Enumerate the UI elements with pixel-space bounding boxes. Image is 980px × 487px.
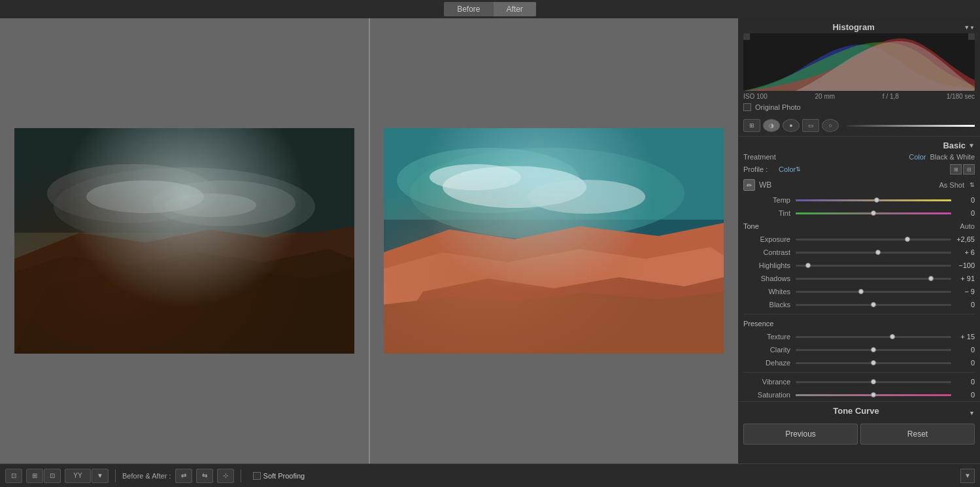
whites-slider[interactable] <box>796 291 951 293</box>
right-panel: Histogram ▼ IS <box>738 18 980 463</box>
svg-point-1 <box>54 167 315 246</box>
exposure-slider[interactable] <box>796 239 951 241</box>
saturation-slider[interactable] <box>796 394 951 396</box>
reset-button[interactable]: Reset <box>860 424 975 445</box>
bottom-dropdown-arrow[interactable]: ▼ <box>960 469 975 483</box>
copy-btn[interactable]: ⊹ <box>217 469 234 483</box>
shadows-slider[interactable] <box>796 278 951 280</box>
wb-value[interactable]: As Shot <box>939 181 964 189</box>
swap-btn-2[interactable]: ⇆ <box>196 469 213 483</box>
exposure-label: Exposure <box>743 235 796 243</box>
histogram-title: Histogram <box>832 22 874 32</box>
circle-outline-icon[interactable]: ○ <box>822 119 839 132</box>
soft-proofing-label: Soft Proofing <box>263 472 305 480</box>
yx-dropdown[interactable]: ▼ <box>92 469 109 483</box>
vibrance-thumb[interactable] <box>871 379 876 384</box>
rect-icon[interactable]: ▭ <box>802 119 819 132</box>
yx-group: YY ▼ <box>65 469 109 483</box>
clarity-thumb[interactable] <box>871 347 876 352</box>
contrast-label: Contrast <box>743 248 796 256</box>
profile-dropdown-arrow[interactable]: ⇅ <box>796 166 801 173</box>
view-mode-btn[interactable]: ⊡ <box>5 469 22 483</box>
highlights-row: Highlights −100 <box>738 259 980 272</box>
profile-icons: ⊞ ⊟ <box>950 164 975 175</box>
profile-value[interactable]: Color <box>779 165 796 173</box>
tone-label: Tone <box>743 222 759 230</box>
dehaze-slider[interactable] <box>796 362 951 364</box>
eyedropper-icon[interactable]: ✏ <box>743 179 755 191</box>
svg-rect-0 <box>14 128 354 233</box>
basic-collapse-arrow[interactable]: ▼ <box>968 142 975 149</box>
contrast-thumb[interactable] <box>875 250 881 255</box>
clarity-label: Clarity <box>743 346 796 354</box>
profile-icon-1[interactable]: ⊞ <box>950 164 962 175</box>
blacks-value: 0 <box>951 301 975 309</box>
shadows-row: Shadows + 91 <box>738 272 980 285</box>
profile-icon-2[interactable]: ⊟ <box>963 164 975 175</box>
before-label: Before <box>444 2 493 16</box>
svg-marker-8 <box>14 269 354 354</box>
bottom-toolbar: ⊡ ⊞ ⊡ YY ▼ Before & After : ⇄ ⇆ ⊹ Soft P… <box>0 463 980 487</box>
shadows-thumb[interactable] <box>928 276 934 281</box>
whites-thumb[interactable] <box>858 289 864 294</box>
grid-icon[interactable]: ⊞ <box>743 119 760 132</box>
soft-proofing-checkbox[interactable] <box>253 472 261 480</box>
clarity-slider[interactable] <box>796 349 951 351</box>
tint-label: Tint <box>743 209 796 217</box>
circle-half-icon[interactable]: ◑ <box>763 119 780 132</box>
dehaze-value: 0 <box>951 359 975 367</box>
highlights-thumb[interactable] <box>805 263 811 268</box>
layout-btn-2[interactable]: ⊡ <box>44 469 61 483</box>
blacks-slider[interactable] <box>796 304 951 306</box>
color-option[interactable]: Color <box>909 153 926 161</box>
svg-rect-20 <box>743 33 750 40</box>
svg-point-2 <box>47 164 217 223</box>
bw-option[interactable]: Black & White <box>930 153 975 161</box>
tint-slider[interactable] <box>796 212 951 214</box>
svg-point-4 <box>86 180 204 213</box>
svg-rect-21 <box>968 33 975 40</box>
wb-dropdown-arrow[interactable]: ⇅ <box>970 182 975 188</box>
exposure-thumb[interactable] <box>905 237 910 242</box>
tone-curve-title: Tone Curve <box>833 406 879 416</box>
wb-label: WB <box>759 180 771 190</box>
after-panel <box>370 18 739 463</box>
auto-label[interactable]: Auto <box>960 222 975 230</box>
temp-thumb[interactable] <box>874 197 879 203</box>
temp-slider[interactable] <box>796 199 951 201</box>
circle-icon[interactable]: ● <box>783 119 800 132</box>
tint-value: 0 <box>951 209 975 217</box>
contrast-slider[interactable] <box>796 252 951 254</box>
svg-marker-19 <box>384 292 724 354</box>
original-photo-row: Original Photo <box>743 102 975 112</box>
previous-button[interactable]: Previous <box>743 424 858 445</box>
swap-btn-1[interactable]: ⇄ <box>175 469 192 483</box>
svg-rect-10 <box>384 128 724 220</box>
histogram-section: Histogram ▼ IS <box>738 18 980 115</box>
treatment-slider[interactable] <box>847 125 975 127</box>
tint-thumb[interactable] <box>871 210 876 216</box>
yx-btn[interactable]: YY <box>65 469 91 483</box>
layout-btn-1[interactable]: ⊞ <box>26 469 43 483</box>
after-photo <box>384 128 724 354</box>
top-bar: Before After <box>0 0 980 18</box>
blacks-thumb[interactable] <box>871 302 876 307</box>
histogram-collapse-arrow[interactable]: ▼ <box>964 24 975 31</box>
treatment-icons-row: ⊞ ◑ ● ▭ ○ <box>738 115 980 137</box>
whites-label: Whites <box>743 288 796 295</box>
dehaze-thumb[interactable] <box>871 360 876 365</box>
histogram-title-row: Histogram ▼ <box>743 21 975 33</box>
tone-curve-arrow[interactable]: ▼ <box>969 410 975 416</box>
whites-row: Whites − 9 <box>738 285 980 298</box>
texture-slider[interactable] <box>796 336 951 338</box>
original-photo-checkbox[interactable] <box>743 103 751 111</box>
vibrance-slider[interactable] <box>796 381 951 383</box>
shadows-label: Shadows <box>743 275 796 282</box>
texture-thumb[interactable] <box>890 334 895 339</box>
presence-section: Presence <box>738 317 980 330</box>
saturation-thumb[interactable] <box>871 392 876 397</box>
highlights-slider[interactable] <box>796 265 951 267</box>
shadows-value: + 91 <box>951 275 975 282</box>
before-photo <box>14 128 354 354</box>
svg-point-3 <box>152 180 296 226</box>
